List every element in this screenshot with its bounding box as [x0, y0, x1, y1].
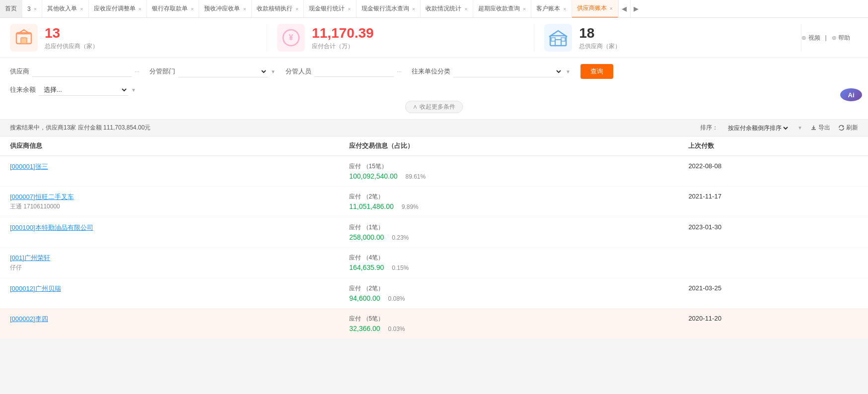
tx-amount-3[interactable]: 164,635.90 — [349, 263, 384, 271]
refresh-button[interactable]: 刷新 — [838, 124, 858, 132]
close-icon[interactable]: × — [191, 6, 194, 12]
nav-item-adjustment[interactable]: 应收应付调整单 × — [89, 0, 147, 18]
links-divider: | — [825, 34, 827, 41]
nav-item-supplier-account[interactable]: 供应商账本 × — [572, 0, 618, 18]
supplier-link-4[interactable]: [000012]广州贝瑞 — [10, 285, 61, 292]
close-icon[interactable]: × — [80, 6, 83, 12]
tx-amount-4[interactable]: 94,600.00 — [349, 294, 380, 302]
close-icon[interactable]: × — [243, 6, 246, 12]
nav-item-overdue[interactable]: 超期应收款查询 × — [473, 0, 531, 18]
export-icon — [810, 125, 817, 131]
close-icon[interactable]: × — [464, 6, 467, 12]
filter-dept: 分管部门 ▼ — [149, 66, 276, 77]
ai-badge[interactable]: Ai — [840, 88, 862, 101]
tx-amount-5[interactable]: 32,366.00 — [349, 325, 380, 332]
tx-percent-5: 0.03% — [388, 326, 405, 332]
nav-label: 现金银行流水查询 — [362, 4, 409, 13]
close-icon[interactable]: × — [523, 6, 526, 12]
supplier-info-5: [000002]李四 — [10, 315, 349, 324]
close-icon[interactable]: × — [139, 6, 142, 12]
supplier-dots[interactable]: ··· — [135, 68, 140, 75]
tx-info-2: 应付 （1笔） 258,000.00 0.23% — [349, 223, 688, 241]
tx-info-0: 应付 （15笔） 100,092,540.00 89.61% — [349, 162, 688, 180]
col-header-supplier: 供应商信息 — [10, 141, 349, 150]
stat-label-total: 应付合计（万） — [312, 42, 374, 51]
close-icon[interactable]: × — [412, 6, 415, 12]
tx-amount-2[interactable]: 258,000.00 — [349, 233, 384, 241]
nav-item-cash-stat[interactable]: 现金银行统计 × — [304, 0, 356, 18]
svg-marker-1 — [18, 30, 30, 34]
video-link[interactable]: ⊙ 视频 — [801, 34, 820, 42]
table-area: 供应商信息 应付交易信息（占比） 上次付数 [000001]张三 应付 （15笔… — [0, 136, 868, 339]
dept-dropdown-arrow: ▼ — [271, 69, 276, 74]
tx-row-3: 164,635.90 0.15% — [349, 263, 688, 271]
tx-percent-2: 0.23% — [392, 234, 409, 241]
sort-select[interactable]: 按应付余额倒序排序 — [726, 124, 790, 132]
stat-content-payable: 13 总应付供应商（家） — [45, 25, 98, 51]
supplier-link-5[interactable]: [000002]李四 — [10, 315, 48, 323]
close-icon[interactable]: × — [348, 6, 351, 12]
balance-select[interactable]: 选择... — [39, 84, 128, 96]
tx-percent-0: 89.61% — [406, 173, 426, 180]
nav-left-arrow[interactable]: ◀ — [618, 0, 630, 18]
supplier-link-3[interactable]: [001]广州荣轩 — [10, 254, 50, 262]
supplier-info-2: [000100]本特勤油品有限公司 — [10, 223, 349, 232]
supplier-link-1[interactable]: [000007]恒旺二手叉车 — [10, 193, 74, 200]
nav-label: 应收应付调整单 — [94, 4, 136, 13]
category-select[interactable] — [453, 66, 563, 77]
nav-label: 其他收入单 — [47, 4, 77, 13]
tx-amount-0[interactable]: 100,092,540.00 — [349, 172, 397, 180]
last-pay-0: 2022-08-08 — [688, 162, 858, 170]
dept-filter-label: 分管部门 — [149, 67, 175, 76]
collapse-button[interactable]: ∧ 收起更多条件 — [405, 101, 462, 113]
supplier-link-0[interactable]: [000001]张三 — [10, 163, 48, 170]
last-pay-date-1: 2021-11-17 — [688, 193, 722, 200]
supplier-input[interactable] — [32, 66, 132, 77]
close-icon[interactable]: × — [34, 6, 37, 12]
close-icon[interactable]: × — [610, 5, 613, 11]
tx-percent-4: 0.08% — [388, 295, 405, 302]
sort-dropdown-arrow: ▼ — [797, 125, 802, 131]
balance-filter-label: 往来余额 — [10, 85, 36, 94]
stats-row: 13 总应付供应商（家） ¥ 11,170.39 应付合计（万） — [0, 18, 868, 58]
nav-item-collection-stat[interactable]: 收款情况统计 × — [421, 0, 473, 18]
nav-item-cash-flow[interactable]: 现金银行流水查询 × — [357, 0, 421, 18]
nav-label: 3 — [27, 5, 31, 12]
nav-item-home[interactable]: 首页 — [0, 0, 22, 18]
stat-content-total: 11,170.39 应付合计（万） — [312, 25, 374, 51]
last-pay-date-2: 2023-01-30 — [688, 223, 722, 231]
nav-item-prepay[interactable]: 预收冲应收单 × — [199, 0, 251, 18]
nav-item-collection[interactable]: 收款核销执行 × — [252, 0, 304, 18]
tx-label-3: 应付 （4笔） — [349, 254, 688, 262]
svg-text:¥: ¥ — [289, 33, 293, 42]
tx-label-5: 应付 （5笔） — [349, 315, 688, 323]
person-input[interactable] — [314, 66, 394, 77]
person-dots[interactable]: ··· — [397, 68, 402, 75]
nav-right-arrow[interactable]: ▶ — [630, 0, 642, 18]
tx-info-5: 应付 （5笔） 32,366.00 0.03% — [349, 315, 688, 332]
nav-label: 预收冲应收单 — [204, 4, 240, 13]
svg-rect-5 — [550, 36, 566, 46]
nav-item-customer-account[interactable]: 客户账本 × — [531, 0, 572, 18]
supplier-filter-label: 供应商 — [10, 67, 29, 76]
nav-item-bank-deposit[interactable]: 银行存取款单 × — [147, 0, 199, 18]
supplier-link-2[interactable]: [000100]本特勤油品有限公司 — [10, 224, 93, 231]
tx-info-1: 应付 （2笔） 11,051,486.00 9.89% — [349, 193, 688, 210]
nav-label: 银行存取款单 — [152, 4, 188, 13]
stat-card-payable-suppliers: 13 总应付供应商（家） — [10, 24, 267, 52]
tx-row-5: 32,366.00 0.03% — [349, 325, 688, 332]
stat-card-payable-total: ¥ 11,170.39 应付合计（万） — [267, 24, 534, 52]
tx-row-1: 11,051,486.00 9.89% — [349, 202, 688, 210]
close-icon[interactable]: × — [295, 6, 298, 12]
help-link[interactable]: ⊙ 帮助 — [832, 34, 850, 42]
query-button[interactable]: 查询 — [580, 64, 613, 79]
close-icon[interactable]: × — [563, 6, 566, 12]
tx-amount-1[interactable]: 11,051,486.00 — [349, 202, 394, 210]
nav-item-3[interactable]: 3 × — [22, 0, 42, 18]
last-pay-4: 2021-03-25 — [688, 284, 858, 292]
dept-select[interactable] — [178, 66, 268, 77]
nav-item-other-income[interactable]: 其他收入单 × — [42, 0, 88, 18]
top-right-links: ⊙ 视频 | ⊙ 帮助 — [801, 24, 858, 52]
export-button[interactable]: 导出 — [810, 124, 830, 132]
stat-number-total: 11,170.39 — [312, 25, 374, 42]
